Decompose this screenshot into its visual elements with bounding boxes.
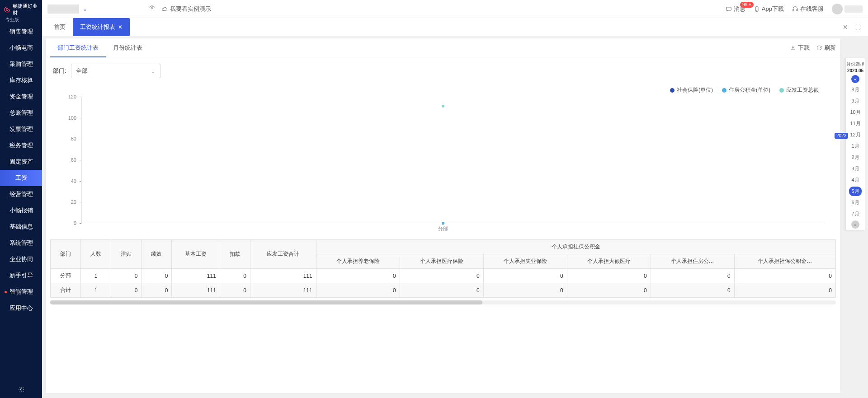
sidebar-item-4[interactable]: 资金管理	[0, 89, 42, 105]
month-item[interactable]: 6月	[849, 198, 862, 207]
sidebar-item-1[interactable]: 小畅电商	[0, 40, 42, 56]
y-tick: 120	[58, 94, 76, 99]
avatar	[832, 4, 843, 14]
tab-salary-report[interactable]: 工资统计报表 ✕	[73, 18, 130, 36]
salary-table: 部门人数津贴绩效基本工资扣款应发工资合计个人承担社保公积金个人承担养老保险个人承…	[50, 239, 836, 298]
month-selector: 月份选择 2023.05 « 8月9月10月11月12月1月2月3月4月5月6月…	[845, 58, 865, 231]
sidebar-item-0[interactable]: 销售管理	[0, 23, 42, 40]
message-icon	[726, 6, 732, 12]
subtab-month-stats[interactable]: 月份统计表	[106, 38, 150, 57]
table-row: 合计1001110111000000	[51, 283, 836, 298]
sidebar-item-15[interactable]: 新手引导	[0, 267, 42, 284]
sidebar-item-14[interactable]: 企业协同	[0, 251, 42, 267]
username-placeholder	[844, 5, 863, 13]
sidebar-item-16[interactable]: 智能管理	[0, 284, 42, 300]
sidebar-item-2[interactable]: 采购管理	[0, 56, 42, 72]
close-all-tabs[interactable]: ✕	[840, 22, 851, 33]
sidebar-item-11[interactable]: 小畅报销	[0, 202, 42, 219]
month-scroll-down[interactable]: »	[851, 220, 859, 229]
phone-icon	[754, 6, 760, 12]
demo-label: 我要看实例演示	[170, 5, 211, 13]
refresh-icon	[816, 45, 822, 51]
month-item[interactable]: 3月	[849, 164, 862, 173]
close-icon[interactable]: ✕	[118, 24, 123, 30]
demo-link[interactable]: 我要看实例演示	[161, 5, 211, 13]
sidebar-item-8[interactable]: 固定资产	[0, 154, 42, 170]
customer-service-button[interactable]: 在线客服	[792, 5, 824, 13]
cloud-icon	[161, 6, 168, 12]
svg-rect-2	[726, 7, 731, 10]
svg-point-1	[151, 7, 153, 9]
svg-rect-5	[793, 9, 794, 10]
horizontal-scrollbar[interactable]	[50, 300, 836, 304]
legend-item[interactable]: 住房公积金(单位)	[722, 86, 770, 94]
chart-x-axis	[81, 223, 823, 223]
chart-point	[442, 222, 444, 225]
sidebar-item-13[interactable]: 系统管理	[0, 235, 42, 251]
chevron-down-icon: ⌄	[151, 68, 156, 75]
brand-logo: 畅捷通好业财 专业版	[0, 0, 42, 18]
headset-icon	[792, 6, 798, 12]
app-download-button[interactable]: App下载	[754, 5, 784, 13]
dept-select[interactable]: 全部 ⌄	[71, 64, 160, 78]
month-item[interactable]: 4月	[849, 175, 862, 185]
brand-name: 畅捷通好业财	[13, 3, 38, 16]
subtab-dept-stats[interactable]: 部门工资统计表	[50, 38, 106, 57]
month-item[interactable]: 2月	[849, 153, 862, 162]
sidebar-item-9[interactable]: 工资	[0, 170, 42, 186]
download-icon	[790, 45, 796, 51]
y-tick: 20	[58, 199, 76, 205]
sidebar-item-17[interactable]: 应用中心	[0, 300, 42, 316]
user-profile[interactable]	[832, 4, 863, 14]
brand-edition: 专业版	[5, 17, 38, 23]
month-item[interactable]: 9月	[849, 96, 862, 106]
y-tick: 0	[58, 220, 76, 226]
month-item[interactable]: 10月	[849, 108, 862, 117]
org-settings-icon[interactable]	[149, 5, 155, 13]
org-dropdown-icon[interactable]: ⌄	[83, 6, 87, 12]
download-button[interactable]: 下载	[790, 44, 810, 52]
month-item[interactable]: 8月	[849, 85, 862, 94]
month-item[interactable]: 7月	[849, 209, 862, 219]
month-item[interactable]: 11月	[849, 119, 862, 128]
legend-item[interactable]: 应发工资总额	[779, 86, 819, 94]
dept-filter-label: 部门:	[53, 67, 66, 75]
month-item[interactable]: 12月	[849, 130, 862, 140]
y-tick: 60	[58, 157, 76, 163]
month-year-tag: 2023	[835, 133, 848, 139]
month-scroll-up[interactable]: «	[851, 75, 859, 83]
refresh-button[interactable]: 刷新	[816, 44, 836, 52]
messages-button[interactable]: 消息 99 +	[726, 5, 745, 13]
sidebar-item-12[interactable]: 基础信息	[0, 219, 42, 235]
month-item[interactable]: 5月	[849, 187, 862, 196]
y-tick: 80	[58, 136, 76, 141]
org-name-placeholder	[47, 5, 79, 14]
sidebar-settings-icon[interactable]	[0, 386, 42, 394]
legend-item[interactable]: 社会保险(单位)	[670, 86, 713, 94]
svg-point-0	[20, 389, 22, 390]
message-badge: 99 +	[740, 2, 754, 8]
sidebar-item-6[interactable]: 发票管理	[0, 121, 42, 137]
sidebar-item-7[interactable]: 税务管理	[0, 137, 42, 154]
month-item[interactable]: 1月	[849, 141, 862, 151]
sidebar-item-5[interactable]: 总账管理	[0, 105, 42, 121]
tab-home[interactable]: 首页	[47, 18, 73, 36]
y-tick: 100	[58, 115, 76, 121]
svg-rect-6	[797, 9, 797, 10]
table-row: 分部1001110111000000	[51, 269, 836, 283]
brand-icon	[4, 5, 11, 14]
sidebar-item-10[interactable]: 经营管理	[0, 186, 42, 202]
chart-x-category: 分部	[438, 225, 448, 232]
sidebar-item-3[interactable]: 库存核算	[0, 72, 42, 89]
fullscreen-icon[interactable]	[853, 22, 863, 33]
y-tick: 40	[58, 178, 76, 184]
chart-point	[442, 105, 444, 108]
